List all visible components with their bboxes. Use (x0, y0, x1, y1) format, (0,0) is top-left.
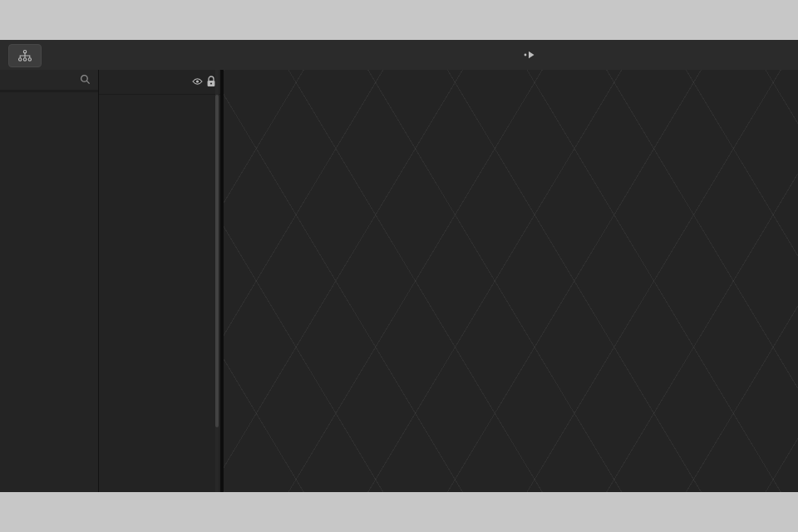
sidebar (0, 70, 99, 492)
editor-canvas[interactable] (224, 70, 798, 492)
titlebar (0, 40, 798, 70)
letterbox-top (0, 0, 798, 40)
layers-header (99, 70, 220, 95)
layers-scrollbar[interactable] (215, 70, 219, 492)
scene-play-icon (524, 50, 535, 60)
visibility-eye-icon[interactable] (192, 77, 203, 86)
search-icon (80, 74, 91, 85)
search-input[interactable] (0, 70, 98, 92)
sitemap-icon (17, 49, 32, 62)
layers-scrollbar-thumb[interactable] (215, 95, 219, 427)
hierarchy-button[interactable] (8, 44, 42, 67)
app-window (0, 0, 798, 532)
letterbox-bottom (0, 492, 798, 532)
layers-panel (99, 70, 224, 492)
scene-canvas[interactable] (224, 70, 798, 492)
